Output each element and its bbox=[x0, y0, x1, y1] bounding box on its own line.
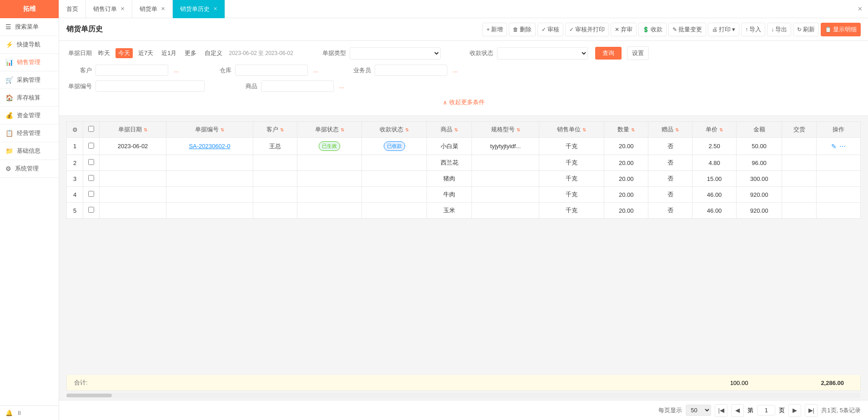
tab-sales-order-close[interactable]: ✕ bbox=[120, 6, 125, 12]
date-btn-custom[interactable]: 自定义 bbox=[202, 48, 225, 58]
first-page-button[interactable]: |◀ bbox=[715, 404, 728, 417]
sort-doc-status-icon[interactable]: ⇅ bbox=[341, 127, 344, 132]
doc-no-cell[interactable] bbox=[166, 203, 253, 219]
tab-delivery-history-close[interactable]: ✕ bbox=[213, 6, 217, 12]
salesperson-input[interactable] bbox=[375, 65, 447, 76]
approve-print-button[interactable]: ✓ 审核并打印 bbox=[565, 23, 609, 36]
warehouse-dots[interactable]: ... bbox=[313, 67, 318, 74]
approve-button[interactable]: ✓ 审核 bbox=[537, 23, 563, 36]
action-cell[interactable] bbox=[816, 203, 860, 219]
last-page-button[interactable]: ▶| bbox=[805, 404, 818, 417]
sidebar-item-inventory[interactable]: 🏠 库存核算 bbox=[0, 89, 59, 107]
sidebar-item-operations[interactable]: 📋 经营管理 bbox=[0, 125, 59, 142]
date-btn-today[interactable]: 今天 bbox=[115, 48, 133, 58]
sort-qty-icon[interactable]: ⇅ bbox=[631, 127, 635, 132]
batch-change-button[interactable]: ✎ 批量变更 bbox=[668, 23, 706, 36]
page-size-select[interactable]: 50 100 200 bbox=[686, 405, 711, 416]
abandon-icon: ✕ bbox=[615, 26, 619, 33]
doc-no-cell[interactable] bbox=[166, 171, 253, 187]
warehouse-input[interactable] bbox=[235, 65, 308, 76]
row-checkbox[interactable] bbox=[88, 143, 94, 149]
delete-button[interactable]: 🗑 删除 bbox=[509, 23, 536, 36]
sort-doc-no-icon[interactable]: ⇅ bbox=[221, 127, 224, 132]
goods-input[interactable] bbox=[261, 80, 334, 92]
refresh-button[interactable]: ↻ 刷新 bbox=[793, 23, 819, 36]
date-btn-more[interactable]: 更多 bbox=[182, 48, 199, 58]
query-button[interactable]: 查询 bbox=[595, 47, 622, 60]
collect-status-cell bbox=[362, 187, 427, 203]
table-row: 5玉米千克20.00否46.00920.00 bbox=[67, 203, 861, 219]
next-page-button[interactable]: ▶ bbox=[788, 404, 801, 417]
doc-type-select[interactable] bbox=[350, 47, 441, 60]
doc-no-cell[interactable] bbox=[166, 155, 253, 171]
collapse-button[interactable]: ∧ 收起更多条件 bbox=[439, 96, 488, 108]
import-button[interactable]: ↑ 导入 bbox=[741, 23, 765, 36]
page-number-input[interactable]: 1 bbox=[757, 405, 775, 415]
add-button[interactable]: + 新增 bbox=[482, 23, 507, 36]
date-btn-1month[interactable]: 近1月 bbox=[159, 48, 179, 58]
sidebar-item-system-mgmt[interactable]: ⚙ 系统管理 bbox=[0, 160, 59, 178]
sort-spec-icon[interactable]: ⇅ bbox=[517, 127, 520, 132]
sort-goods-icon[interactable]: ⇅ bbox=[454, 127, 458, 132]
row-checkbox[interactable] bbox=[88, 159, 94, 165]
sidebar-item-search-menu[interactable]: ☰ 搜索菜单 bbox=[0, 18, 59, 36]
date-btn-yesterday[interactable]: 昨天 bbox=[95, 48, 113, 58]
tab-delivery-label: 销货单 bbox=[140, 5, 157, 13]
doc-no-input[interactable] bbox=[95, 80, 205, 92]
tab-delivery-history[interactable]: 销货单历史 ✕ bbox=[173, 0, 225, 18]
select-all-checkbox[interactable] bbox=[88, 126, 94, 132]
row-checkbox[interactable] bbox=[88, 175, 94, 181]
pause-icon[interactable]: ⏸ bbox=[16, 410, 22, 416]
customer-input[interactable] bbox=[95, 65, 168, 76]
print-button[interactable]: 🖨 打印 ▾ bbox=[708, 23, 739, 36]
sort-doc-date-icon[interactable]: ⇅ bbox=[144, 127, 147, 132]
settings-button[interactable]: 设置 bbox=[627, 46, 649, 60]
tab-bar-close-btn[interactable]: ✕ bbox=[852, 5, 868, 12]
sidebar-item-purchase-mgmt[interactable]: 🛒 采购管理 bbox=[0, 71, 59, 89]
price-cell: 46.00 bbox=[692, 187, 737, 203]
row-checkbox[interactable] bbox=[88, 207, 94, 213]
scroll-thumb[interactable] bbox=[66, 394, 112, 397]
sidebar-item-quick-nav[interactable]: ⚡ 快捷导航 bbox=[0, 36, 59, 54]
salesperson-dots[interactable]: ... bbox=[453, 67, 458, 74]
unit-cell: 千克 bbox=[539, 203, 604, 219]
export-button[interactable]: ↓ 导出 bbox=[767, 23, 791, 36]
sort-price-icon[interactable]: ⇅ bbox=[719, 127, 723, 132]
delivery-cell bbox=[782, 187, 817, 203]
sort-gift-icon[interactable]: ⇅ bbox=[675, 127, 679, 132]
doc-no-link[interactable]: SA-20230602-0 bbox=[189, 143, 230, 150]
action-cell[interactable] bbox=[816, 155, 860, 171]
display-detail-button[interactable]: 📋 显示明细 bbox=[821, 23, 861, 36]
sort-customer-icon[interactable]: ⇅ bbox=[280, 127, 284, 132]
edit-action-btn[interactable]: ✎ bbox=[831, 143, 837, 150]
tab-delivery-close[interactable]: ✕ bbox=[161, 6, 165, 12]
customer-dots[interactable]: ... bbox=[174, 67, 179, 74]
collect-status-select[interactable] bbox=[497, 47, 588, 60]
date-btn-7days[interactable]: 近7天 bbox=[135, 48, 156, 58]
tab-sales-order[interactable]: 销售订单 ✕ bbox=[86, 0, 132, 18]
sort-collect-status-icon[interactable]: ⇅ bbox=[405, 127, 409, 132]
tab-home[interactable]: 首页 bbox=[59, 0, 86, 18]
sort-unit-icon[interactable]: ⇅ bbox=[582, 127, 586, 132]
action-cell[interactable]: ✎⋯ bbox=[816, 138, 860, 155]
row-checkbox[interactable] bbox=[88, 191, 94, 197]
sidebar-item-basic-info[interactable]: 📁 基础信息 bbox=[0, 142, 59, 160]
doc-no-cell[interactable] bbox=[166, 187, 253, 203]
collect-button[interactable]: 💲 收款 bbox=[638, 23, 667, 36]
goods-dots[interactable]: ... bbox=[339, 83, 344, 90]
filter-group-salesperson: 业务员 ... bbox=[346, 65, 458, 76]
prev-page-button[interactable]: ◀ bbox=[731, 404, 744, 417]
doc-no-cell[interactable]: SA-20230602-0 bbox=[166, 138, 253, 155]
customer-cell bbox=[253, 203, 297, 219]
abandon-button[interactable]: ✕ 弃审 bbox=[611, 23, 637, 36]
action-cell[interactable] bbox=[816, 171, 860, 187]
more-action-btn[interactable]: ⋯ bbox=[839, 143, 846, 150]
action-cell[interactable] bbox=[816, 187, 860, 203]
settings-col-header[interactable]: ⚙ bbox=[67, 122, 83, 138]
notification-icon[interactable]: 🔔 bbox=[5, 410, 13, 416]
sidebar-item-sales-mgmt[interactable]: 📊 销售管理 bbox=[0, 54, 59, 71]
tab-delivery[interactable]: 销货单 ✕ bbox=[132, 0, 173, 18]
checkbox-col-header[interactable] bbox=[83, 122, 100, 138]
sidebar-item-finance[interactable]: 💰 资金管理 bbox=[0, 107, 59, 125]
horizontal-scrollbar[interactable] bbox=[66, 393, 861, 398]
